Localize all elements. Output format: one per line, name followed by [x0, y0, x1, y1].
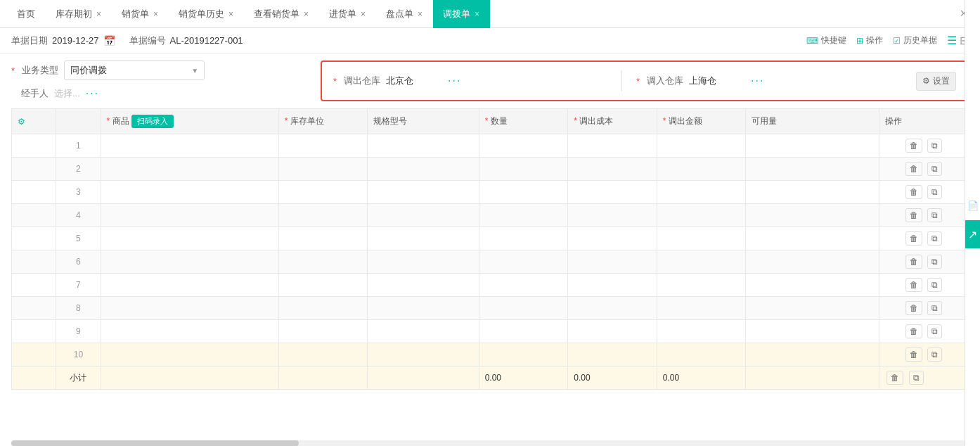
row-amount-2[interactable]: [657, 158, 746, 181]
row-unit-5[interactable]: [278, 227, 368, 250]
row-available-5[interactable]: [746, 227, 879, 250]
tab-view-sales[interactable]: 查看销货单 ×: [244, 0, 319, 28]
row-cost-4[interactable]: [568, 204, 657, 227]
tab-sales-order-close[interactable]: ×: [153, 9, 158, 19]
tab-stocktake-close[interactable]: ×: [418, 9, 423, 19]
row-available-1[interactable]: [746, 134, 879, 158]
row-spec-2[interactable]: [368, 158, 479, 181]
row-unit-4[interactable]: [278, 204, 368, 227]
row-unit-7[interactable]: [278, 274, 368, 297]
row-qty-3[interactable]: [479, 181, 568, 204]
row-cost-9[interactable]: [568, 320, 657, 343]
row-amount-6[interactable]: [657, 250, 746, 274]
row-spec-7[interactable]: [368, 274, 479, 297]
row-unit-10[interactable]: [278, 343, 368, 367]
row-spec-3[interactable]: [368, 181, 479, 204]
row-delete-button-5[interactable]: 🗑: [905, 231, 922, 246]
person-more-button[interactable]: ···: [86, 87, 99, 100]
row-available-9[interactable]: [746, 320, 879, 343]
tab-inventory-initial[interactable]: 库存期初 ×: [46, 0, 112, 28]
row-product-4[interactable]: [101, 204, 278, 227]
settings-button[interactable]: ⚙ 设置: [916, 72, 956, 91]
row-available-4[interactable]: [746, 204, 879, 227]
row-spec-1[interactable]: [368, 134, 479, 158]
tab-sales-order[interactable]: 销货单 ×: [112, 0, 169, 28]
tab-purchase[interactable]: 进货单 ×: [319, 0, 376, 28]
transfer-in-more-button[interactable]: ···: [751, 75, 764, 87]
row-qty-7[interactable]: [479, 274, 568, 297]
row-qty-1[interactable]: [479, 134, 568, 158]
subtotal-copy-button[interactable]: ⧉: [909, 371, 924, 385]
row-cost-5[interactable]: [568, 227, 657, 250]
horizontal-scrollbar[interactable]: [11, 440, 969, 446]
row-product-2[interactable]: [101, 158, 278, 181]
row-copy-button-4[interactable]: ⧉: [927, 208, 942, 222]
row-amount-10[interactable]: [657, 343, 746, 367]
row-cost-3[interactable]: [568, 181, 657, 204]
row-product-5[interactable]: [101, 227, 278, 250]
col-header-gear[interactable]: ⚙: [12, 109, 56, 134]
subtotal-delete-button[interactable]: 🗑: [886, 371, 903, 385]
row-product-1[interactable]: [101, 134, 278, 158]
operations-button[interactable]: ⊞ 操作: [856, 34, 883, 46]
row-spec-6[interactable]: [368, 250, 479, 274]
row-amount-9[interactable]: [657, 320, 746, 343]
row-unit-1[interactable]: [278, 134, 368, 158]
row-delete-button-2[interactable]: 🗑: [905, 162, 922, 176]
row-qty-9[interactable]: [479, 320, 568, 343]
row-unit-8[interactable]: [278, 297, 368, 320]
row-copy-button-5[interactable]: ⧉: [927, 231, 942, 246]
row-product-3[interactable]: [101, 181, 278, 204]
row-cost-7[interactable]: [568, 274, 657, 297]
row-spec-10[interactable]: [368, 343, 479, 367]
sidebar-export-icon[interactable]: ↗: [965, 220, 981, 248]
row-available-10[interactable]: [746, 343, 879, 367]
transfer-out-more-button[interactable]: ···: [448, 75, 461, 87]
row-product-6[interactable]: [101, 250, 278, 274]
row-unit-9[interactable]: [278, 320, 368, 343]
row-product-7[interactable]: [101, 274, 278, 297]
tab-view-sales-close[interactable]: ×: [304, 9, 309, 19]
scan-button[interactable]: 扫码录入: [131, 115, 174, 128]
row-available-6[interactable]: [746, 250, 879, 274]
tab-purchase-close[interactable]: ×: [361, 9, 366, 19]
history-button[interactable]: ☑ 历史单据: [893, 34, 937, 46]
row-qty-2[interactable]: [479, 158, 568, 181]
row-delete-button-10[interactable]: 🗑: [905, 348, 922, 362]
tab-inventory-initial-close[interactable]: ×: [96, 9, 101, 19]
row-product-8[interactable]: [101, 297, 278, 320]
row-unit-6[interactable]: [278, 250, 368, 274]
row-qty-10[interactable]: [479, 343, 568, 367]
row-cost-8[interactable]: [568, 297, 657, 320]
row-delete-button-6[interactable]: 🗑: [905, 255, 922, 269]
row-copy-button-1[interactable]: ⧉: [927, 139, 942, 153]
tab-transfer-close[interactable]: ×: [475, 9, 479, 19]
row-amount-1[interactable]: [657, 134, 746, 158]
tab-sales-history-close[interactable]: ×: [228, 9, 233, 19]
row-unit-2[interactable]: [278, 158, 368, 181]
layout-list-button[interactable]: ☰: [947, 34, 957, 47]
row-copy-button-2[interactable]: ⧉: [927, 162, 942, 176]
row-copy-button-6[interactable]: ⧉: [927, 255, 942, 269]
row-qty-5[interactable]: [479, 227, 568, 250]
row-amount-5[interactable]: [657, 227, 746, 250]
row-available-3[interactable]: [746, 181, 879, 204]
row-qty-6[interactable]: [479, 250, 568, 274]
row-amount-4[interactable]: [657, 204, 746, 227]
sidebar-doc-icon[interactable]: 📄: [965, 198, 981, 213]
shortcuts-button[interactable]: ⌨ 快捷键: [806, 34, 846, 46]
row-product-10[interactable]: [101, 343, 278, 367]
row-unit-3[interactable]: [278, 181, 368, 204]
row-spec-9[interactable]: [368, 320, 479, 343]
row-spec-4[interactable]: [368, 204, 479, 227]
row-spec-5[interactable]: [368, 227, 479, 250]
row-amount-8[interactable]: [657, 297, 746, 320]
tab-home[interactable]: 首页: [7, 0, 46, 28]
row-amount-3[interactable]: [657, 181, 746, 204]
row-spec-8[interactable]: [368, 297, 479, 320]
row-copy-button-10[interactable]: ⧉: [927, 348, 942, 362]
row-cost-1[interactable]: [568, 134, 657, 158]
row-qty-4[interactable]: [479, 204, 568, 227]
tab-stocktake[interactable]: 盘点单 ×: [376, 0, 433, 28]
tab-transfer[interactable]: 调拨单 ×: [433, 0, 490, 28]
